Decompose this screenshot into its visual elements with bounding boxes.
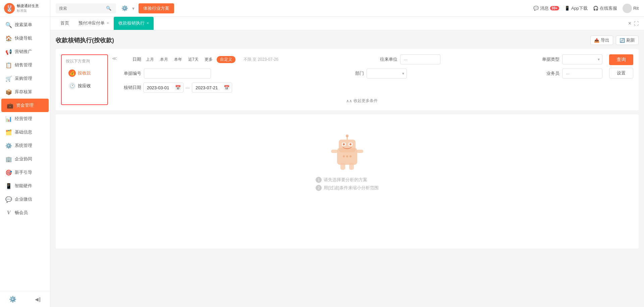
- app-download-label: App下载: [571, 5, 588, 11]
- topbar-search-area[interactable]: 🔍: [56, 3, 116, 13]
- topbar-user[interactable]: Rit: [623, 4, 639, 13]
- tab-writeoff[interactable]: 收款核销执行 ×: [114, 17, 154, 30]
- sidebar-item-search[interactable]: 🔍 搜索菜单: [0, 18, 50, 32]
- settings-bottom-icon[interactable]: ⚙️: [9, 296, 16, 303]
- sidebar-bottom: ⚙️ ◀‖: [0, 291, 50, 307]
- tab-prepay-close-icon[interactable]: ×: [107, 21, 109, 25]
- sidebar-item-inventory[interactable]: 📦 库存核算: [0, 85, 50, 99]
- sidebar-label-quicknav: 快捷导航: [15, 35, 32, 41]
- filter-actions: 查询 设置: [609, 54, 633, 105]
- date-chip-this-month[interactable]: 本月: [158, 56, 170, 63]
- salesperson-selector[interactable]: ···: [562, 68, 602, 79]
- home-icon: 🏠: [5, 35, 12, 42]
- sidebar-item-quicknav[interactable]: 🏠 快捷导航: [0, 32, 50, 45]
- page-content: 收款核销执行(按收款) 📤 导出 🔄 刷新 按以下方查询 💰 按收款: [50, 30, 644, 307]
- sidebar: 🐰 畅捷通好生意 标准版 🔍 搜索菜单 🏠 快捷导航 📢 营销推广 📋 销售管理…: [0, 0, 50, 307]
- export-button[interactable]: 📤 导出: [590, 36, 613, 45]
- basic-icon: 🗂️: [5, 129, 12, 136]
- topbar-search-input[interactable]: [59, 6, 106, 11]
- inventory-icon: 📦: [5, 89, 12, 95]
- salesperson-dots: ···: [566, 71, 570, 76]
- main-area: 🔍 ⚙️ ▾ 体验行业方案 💬 消息 99+ 📱 App下载 🎧 在线客服 Ri…: [50, 0, 644, 307]
- sidebar-item-finance[interactable]: 💼 资金管理: [1, 99, 49, 112]
- date-hint-area: 不限 至 2023-07-26: [244, 57, 278, 62]
- query-type-receivable[interactable]: 🕐 按应收: [66, 80, 103, 92]
- tab-close-all-icon[interactable]: ×: [628, 21, 631, 26]
- refresh-button[interactable]: 🔄 刷新: [616, 36, 639, 45]
- department-label: 部门: [344, 70, 364, 76]
- chevron-up-icon: ∧∧: [346, 99, 352, 103]
- content-card: 1 请先选择要分析的方案 2 用[过滤]条件来缩小分析范围: [56, 114, 639, 249]
- chevron-left-icon: ≪: [112, 56, 117, 61]
- sales-icon: 📋: [5, 62, 12, 68]
- sidebar-item-basic[interactable]: 🗂️ 基础信息: [0, 125, 50, 139]
- industry-solution-button[interactable]: 体验行业方案: [139, 3, 174, 13]
- tab-expand-icon[interactable]: ⛶: [634, 21, 639, 26]
- sidebar-item-hardware[interactable]: 📱 智能硬件: [0, 179, 50, 193]
- sidebar-label-system: 系统管理: [15, 143, 32, 149]
- tab-writeoff-close-icon[interactable]: ×: [147, 21, 149, 25]
- counterparty-field: 往来单位 ···: [377, 54, 440, 64]
- logo-icon: 🐰: [4, 3, 15, 14]
- date-hint-text: 不限 至 2023-07-26: [244, 57, 278, 62]
- sidebar-item-marketing[interactable]: 📢 营销推广: [0, 45, 50, 58]
- query-type-receipt-label: 按收款: [78, 70, 91, 76]
- date-chip-7days[interactable]: 近7天: [186, 56, 201, 63]
- tab-prepay-label: 预付冲应付单: [78, 20, 105, 26]
- svg-point-4: [343, 143, 345, 145]
- sidebar-item-system[interactable]: ⚙️ 系统管理: [0, 139, 50, 152]
- setting-button[interactable]: 设置: [609, 68, 633, 79]
- receipt-icon: 💰: [68, 69, 76, 77]
- svg-point-13: [346, 155, 348, 157]
- counterparty-label: 往来单位: [377, 56, 397, 62]
- svg-point-14: [350, 155, 352, 157]
- topbar-app-download[interactable]: 📱 App下载: [565, 5, 588, 11]
- date-chip-this-year[interactable]: 本年: [172, 56, 184, 63]
- sidebar-item-operations[interactable]: 📊 经营管理: [0, 112, 50, 125]
- department-select[interactable]: [367, 68, 407, 79]
- bill-number-input[interactable]: [144, 68, 211, 79]
- sidebar-item-purchase[interactable]: 🛒 采购管理: [0, 72, 50, 85]
- calendar-end-icon[interactable]: 📅: [224, 85, 229, 90]
- page-header-actions: 📤 导出 🔄 刷新: [590, 36, 639, 45]
- topbar-online-service[interactable]: 🎧 在线客服: [593, 5, 617, 11]
- query-type-receivable-label: 按应收: [78, 83, 91, 89]
- date-label: 日期: [121, 56, 141, 62]
- salesperson-label: 业务员: [539, 70, 559, 76]
- sidebar-item-guide[interactable]: 🎯 新手引导: [0, 166, 50, 179]
- tab-prepay[interactable]: 预付冲应付单 ×: [74, 17, 114, 30]
- bill-type-select[interactable]: [562, 54, 602, 64]
- hint-text-1: 请先选择要分析的方案: [324, 177, 367, 183]
- sidebar-label-finance: 资金管理: [16, 102, 34, 108]
- date-chip-last-month[interactable]: 上月: [144, 56, 156, 63]
- salesperson-field: 业务员 ···: [539, 68, 602, 79]
- app-icon: 📱: [565, 6, 570, 11]
- collapse-sidebar-icon[interactable]: ◀‖: [35, 297, 41, 302]
- sidebar-label-inventory: 库存核算: [15, 89, 32, 95]
- topbar-gear-icon[interactable]: ⚙️: [121, 5, 128, 11]
- sidebar-item-sales[interactable]: 📋 销售管理: [0, 58, 50, 72]
- counterparty-selector[interactable]: ···: [400, 54, 440, 64]
- topbar-chevron-icon[interactable]: ▾: [132, 6, 135, 11]
- message-label: 消息: [540, 5, 549, 11]
- query-type-receipt[interactable]: 💰 按收款: [66, 67, 103, 79]
- date-chip-custom[interactable]: 自定义: [217, 56, 235, 63]
- department-field: 部门: [344, 68, 407, 79]
- receivable-icon: 🕐: [68, 82, 76, 90]
- topbar-message[interactable]: 💬 消息 99+: [533, 5, 559, 11]
- date-chip-more[interactable]: 更多: [203, 56, 215, 63]
- collapse-more-row[interactable]: ∧∧ 收起更多条件: [121, 97, 602, 105]
- sidebar-item-wechat[interactable]: 💬 企业微信: [0, 193, 50, 206]
- sidebar-item-enterprise[interactable]: 🏢 企业协同: [0, 152, 50, 166]
- sidebar-item-member[interactable]: V 畅会员: [0, 206, 50, 219]
- panel-collapse-button[interactable]: ≪: [112, 54, 117, 105]
- calendar-start-icon[interactable]: 📅: [175, 85, 181, 90]
- system-icon: ⚙️: [5, 142, 12, 149]
- tab-home[interactable]: 首页: [56, 17, 74, 30]
- query-button[interactable]: 查询: [609, 54, 633, 65]
- hint-text-2: 用[过滤]条件来缩小分析范围: [324, 185, 378, 191]
- export-icon: 📤: [594, 38, 599, 43]
- topbar: 🔍 ⚙️ ▾ 体验行业方案 💬 消息 99+ 📱 App下载 🎧 在线客服 Ri…: [50, 0, 644, 17]
- writeoff-date-end-wrap: 📅: [192, 83, 232, 93]
- empty-state-illustration: [327, 135, 367, 171]
